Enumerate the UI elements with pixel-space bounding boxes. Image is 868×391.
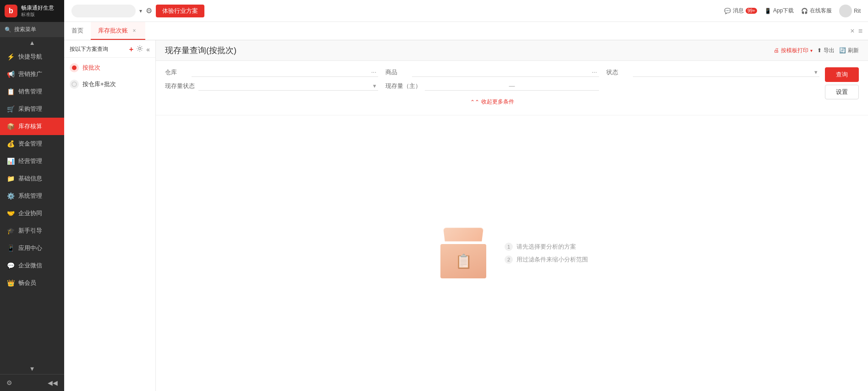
nav-label: 企业微信 <box>18 261 42 270</box>
sidebar-item-newbie[interactable]: 🎓 新手引导 <box>0 222 64 239</box>
product-input-wrap[interactable]: ··· <box>412 67 599 77</box>
solution-item-warehouse-batch[interactable]: 按仓库+批次 <box>64 76 155 92</box>
collapse-more-btn[interactable]: ⌃⌃ 收起更多条件 <box>165 95 819 109</box>
refresh-btn[interactable]: 🔄 刷新 <box>839 47 859 54</box>
inventory-status-select[interactable]: ▾ <box>198 81 378 91</box>
inventory-qty-to[interactable] <box>518 82 597 89</box>
nav-label: 资金管理 <box>18 140 42 148</box>
inventory-qty-range[interactable]: — <box>425 81 599 91</box>
add-solution-btn[interactable]: + <box>129 45 133 54</box>
scroll-down-btn[interactable]: ▼ <box>0 363 64 374</box>
warehouse-input-wrap[interactable]: ··· <box>192 67 378 77</box>
empty-tip-1: 1 请先选择要分析的方案 <box>505 243 588 251</box>
sidebar-search[interactable]: 🔍 搜索菜单 <box>0 22 64 37</box>
nav-label: 采购管理 <box>18 105 42 113</box>
product-field: 商品 ··· <box>385 67 599 77</box>
filter-actions-col: 查询 设置 <box>819 67 859 99</box>
nav-icon-app-center: 📱 <box>6 244 15 252</box>
tab-home[interactable]: 首页 <box>64 22 91 40</box>
status-field: 状态 ▾ <box>606 68 819 77</box>
warehouse-dots[interactable]: ··· <box>371 68 377 76</box>
warehouse-input[interactable] <box>193 69 371 76</box>
search-label: 搜索菜单 <box>14 26 36 33</box>
app-logo: b <box>5 5 17 17</box>
tab-close-btn[interactable]: × <box>131 27 138 34</box>
status-chevron-icon: ▾ <box>814 69 818 76</box>
page-header: 现存量查询(按批次) 🖨 按模板打印 ▾ ⬆ 导出 🔄 刷新 <box>156 40 868 61</box>
svg-point-2 <box>72 82 77 87</box>
print-btn[interactable]: 🖨 按模板打印 ▾ <box>774 47 813 54</box>
scroll-up-btn[interactable]: ▲ <box>0 37 64 48</box>
app-download-action[interactable]: 📱 App下载 <box>764 7 794 15</box>
company-name: 畅康通好生意 <box>21 5 54 12</box>
status-label: 状态 <box>606 68 629 76</box>
message-icon: 💬 <box>724 8 731 14</box>
collapse-up-icon: ⌃⌃ <box>470 99 479 105</box>
user-profile[interactable]: Rit <box>839 5 861 17</box>
header-search-input[interactable] <box>78 8 115 14</box>
filter-area: 仓库 ··· 商品 ··· <box>156 61 868 115</box>
tab-home-label: 首页 <box>71 27 83 35</box>
refresh-icon: 🔄 <box>839 47 846 54</box>
tab-close-all-btn[interactable]: × <box>850 27 854 35</box>
header-left: ▾ ⚙ 体验行业方案 <box>71 5 720 17</box>
box-icon: 📋 <box>455 253 472 269</box>
inventory-qty-label: 现存量（主） <box>385 82 421 90</box>
sidebar-item-wechat[interactable]: 💬 企业微信 <box>0 257 64 274</box>
header-dropdown-btn[interactable]: ▾ <box>139 8 142 14</box>
nav-label: 营销推广 <box>18 70 42 78</box>
print-label: 按模板打印 <box>781 47 808 54</box>
product-label: 商品 <box>385 68 408 76</box>
sidebar-item-basic[interactable]: 📁 基础信息 <box>0 170 64 187</box>
sidebar-item-purchase[interactable]: 🛒 采购管理 <box>0 100 64 118</box>
sidebar-item-member[interactable]: 👑 畅会员 <box>0 274 64 292</box>
sidebar-item-inventory[interactable]: 📦 库存核算 <box>0 118 64 135</box>
query-btn[interactable]: 查询 <box>825 67 859 82</box>
sidebar-item-finance[interactable]: 💰 资金管理 <box>0 135 64 152</box>
collapse-panel-btn[interactable]: « <box>146 46 150 53</box>
message-action[interactable]: 💬 消息 99+ <box>724 7 757 15</box>
tab-inventory-batch[interactable]: 库存批次账 × <box>91 22 145 40</box>
filter-row-1: 仓库 ··· 商品 ··· <box>165 67 819 77</box>
tab-more-btn[interactable]: ≡ <box>858 27 863 35</box>
company-info: 畅康通好生意 标准版 <box>21 5 54 18</box>
sidebar-item-operations[interactable]: 📊 经营管理 <box>0 152 64 170</box>
nav-label: 企业协同 <box>18 209 42 217</box>
online-service-action[interactable]: 🎧 在线客服 <box>801 7 832 15</box>
filter-settings-btn[interactable]: 设置 <box>825 85 859 99</box>
empty-tips: 1 请先选择要分析的方案 2 用过滤条件来缩小分析范围 <box>505 243 588 264</box>
status-select[interactable]: ▾ <box>633 68 819 77</box>
sidebar-item-enterprise[interactable]: 🤝 企业协同 <box>0 205 64 222</box>
sidebar-item-quick-nav[interactable]: ⚡ 快捷导航 <box>0 48 64 65</box>
sidebar-item-sales[interactable]: 📋 销售管理 <box>0 83 64 100</box>
left-panel: 按以下方案查询 + « 按批次 <box>64 40 156 391</box>
header-gear-btn[interactable]: ⚙ <box>146 6 152 15</box>
nav-icon-operations: 📊 <box>6 157 15 165</box>
search-icon: 🔍 <box>5 27 11 33</box>
inventory-status-field: 现存量状态 ▾ <box>165 81 378 91</box>
collapse-label: 收起更多条件 <box>481 98 514 106</box>
product-dots[interactable]: ··· <box>592 68 597 76</box>
svg-point-1 <box>72 65 77 70</box>
sidebar-item-app-center[interactable]: 📱 应用中心 <box>0 239 64 257</box>
message-label: 消息 <box>733 7 744 15</box>
product-input[interactable] <box>414 69 592 76</box>
sidebar-item-marketing[interactable]: 📢 营销推广 <box>0 65 64 83</box>
nav-label: 新手引导 <box>18 227 42 235</box>
header-search-bar[interactable] <box>71 5 136 17</box>
collapse-sidebar-icon[interactable]: ◀◀ <box>48 379 58 386</box>
print-dropdown-icon: ▾ <box>810 48 813 53</box>
filter-row-2: 现存量状态 ▾ 现存量（主） — <box>165 81 819 91</box>
sidebar-item-system[interactable]: ⚙️ 系统管理 <box>0 187 64 205</box>
tip-num-2: 2 <box>505 255 513 264</box>
solution-item-batch[interactable]: 按批次 <box>64 60 155 76</box>
solution-settings-btn[interactable] <box>136 45 143 54</box>
inventory-qty-from[interactable] <box>427 82 506 89</box>
empty-tip-2: 2 用过滤条件来缩小分析范围 <box>505 255 588 264</box>
online-service-label: 在线客服 <box>810 7 832 15</box>
settings-footer-icon[interactable]: ⚙ <box>6 379 12 386</box>
print-icon: 🖨 <box>774 47 779 54</box>
export-btn[interactable]: ⬆ 导出 <box>817 47 835 54</box>
industry-btn[interactable]: 体验行业方案 <box>156 5 204 17</box>
nav-icon-newbie: 🎓 <box>6 227 15 235</box>
